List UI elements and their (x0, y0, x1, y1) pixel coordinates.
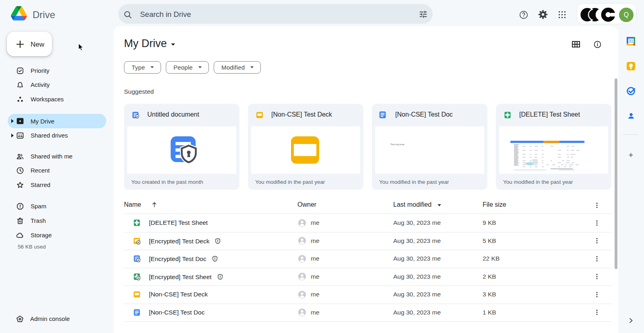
svg-text:31: 31 (629, 39, 634, 43)
